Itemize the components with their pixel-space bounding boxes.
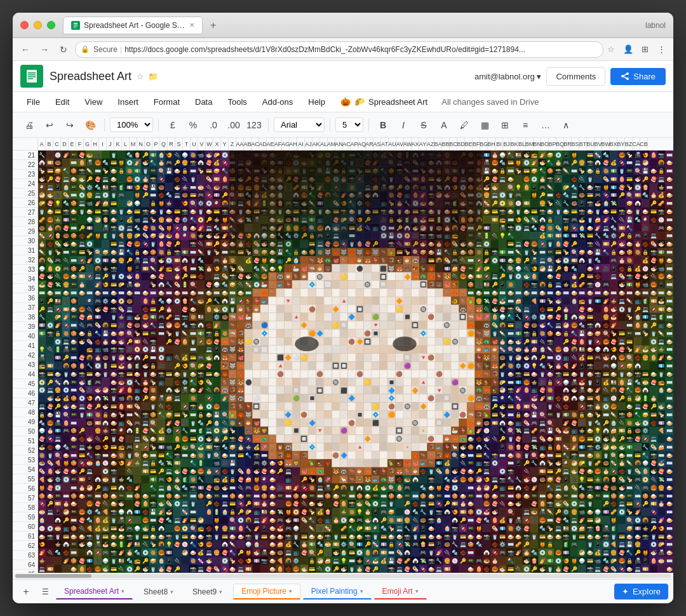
horizontal-scrollbar[interactable] (13, 573, 673, 579)
strikethrough-button[interactable]: S (415, 116, 433, 134)
menu-edit[interactable]: Edit (49, 95, 76, 109)
decimal-inc-button[interactable]: .00 (225, 116, 243, 134)
back-button[interactable]: ← (18, 42, 33, 57)
col-header-B: B (46, 138, 53, 150)
font-size-select[interactable]: 5 8 10 (335, 117, 363, 132)
menu-addons[interactable]: Add-ons (256, 95, 299, 109)
tab-dropdown-icon-emoji-picture[interactable]: ▾ (289, 588, 292, 594)
tab-dropdown-icon-pixel-painting[interactable]: ▾ (360, 588, 363, 594)
row-num-45: 45 (13, 379, 37, 389)
address-bar[interactable]: 🔒 Secure | https://docs.google.com/sprea… (75, 41, 603, 58)
zoom-select[interactable]: 100% 75% 150% (110, 117, 153, 132)
comments-button[interactable]: Comments (546, 67, 605, 86)
text-color-button[interactable]: A (435, 116, 453, 134)
browser-toolbar-icons: 👤 ⊞ ⋮ (621, 43, 668, 57)
bold-button[interactable]: B (374, 116, 392, 134)
menu-icon[interactable]: ⋮ (654, 43, 668, 57)
format-paint-button[interactable]: 🎨 (81, 116, 99, 134)
undo-button[interactable]: ↩ (41, 116, 58, 134)
menu-view[interactable]: View (78, 95, 109, 109)
explore-button[interactable]: ✦ Explore (614, 584, 668, 599)
col-header-AI: AI (297, 138, 305, 150)
tab-label-sheet8: Sheet8 (144, 587, 168, 596)
tab-sheet9[interactable]: Sheet9 ▾ (184, 584, 231, 599)
align-button[interactable]: ≡ (516, 116, 534, 134)
col-header-BM: BM (526, 138, 534, 150)
currency-button[interactable]: £ (164, 116, 182, 134)
col-header-AX: AX (412, 138, 419, 150)
borders-button[interactable]: ▦ (476, 116, 494, 134)
app-header: Spreadsheet Art ☆ 📁 amit@labnol.org ▾ Co… (13, 61, 673, 92)
italic-button[interactable]: I (394, 116, 412, 134)
row-num-44: 44 (13, 370, 37, 379)
tab-close-icon[interactable]: ✕ (189, 22, 194, 29)
col-header-BX: BX (610, 138, 617, 150)
menubar: File Edit View Insert Format Data Tools … (13, 92, 673, 112)
new-tab-button[interactable]: + (205, 18, 221, 32)
col-headers: ABCDEFGHIJKLMNOPQRSTUVWXYZAAABACADAEAFAG… (13, 138, 673, 151)
tab-emoji-art[interactable]: Emoji Art ▾ (374, 584, 427, 599)
menu-help[interactable]: Help (302, 95, 332, 109)
doc-title-area: Spreadsheet Art ☆ 📁 (50, 70, 468, 83)
menu-insert[interactable]: Insert (111, 95, 145, 109)
row-num-40: 40 (13, 331, 37, 341)
col-header-BA: BA (434, 138, 442, 150)
font-select[interactable]: Arial (274, 117, 325, 132)
tab-dropdown-icon[interactable]: ▾ (121, 588, 124, 594)
tab-sheet8[interactable]: Sheet8 ▾ (135, 584, 182, 599)
col-header-AE: AE (267, 138, 274, 150)
browser-tab[interactable]: Spreadsheet Art - Google She... ✕ (63, 17, 203, 34)
extensions-icon[interactable]: ⊞ (638, 43, 652, 57)
user-email[interactable]: amit@labnol.org ▾ (474, 72, 541, 81)
col-header-K: K (114, 138, 122, 150)
merge-button[interactable]: ⊞ (496, 116, 514, 134)
explore-label: Explore (633, 587, 661, 596)
svg-rect-9 (28, 76, 36, 77)
menu-file[interactable]: File (20, 95, 46, 109)
profile-icon[interactable]: 👤 (621, 43, 635, 57)
highlight-button[interactable]: 🖊 (455, 116, 473, 134)
minimize-button[interactable] (34, 21, 42, 29)
refresh-button[interactable]: ↻ (56, 42, 71, 57)
tab-emoji-picture[interactable]: Emoji Picture ▾ (233, 584, 300, 599)
print-button[interactable]: 🖨 (20, 116, 38, 134)
redo-button[interactable]: ↪ (61, 116, 79, 134)
tab-pixel-painting[interactable]: Pixel Painting ▾ (303, 584, 372, 599)
close-button[interactable] (20, 21, 29, 29)
secure-label: Secure (93, 45, 118, 54)
tab-spreadsheet-art[interactable]: Spreadsheet Art ▾ (56, 584, 133, 599)
share-button[interactable]: Share (610, 68, 666, 85)
row-num-53: 53 (13, 455, 37, 465)
row-num-23: 23 (13, 170, 37, 179)
sheet-list-button[interactable]: ☰ (37, 584, 53, 600)
cells-area (38, 151, 673, 573)
tab-dropdown-icon-sheet9[interactable]: ▾ (219, 589, 222, 595)
scrollbar-track (15, 574, 671, 578)
tab-label-pixel-painting: Pixel Painting (311, 587, 358, 596)
format-number-button[interactable]: 123 (245, 116, 263, 134)
toolbar-collapse-button[interactable]: ∧ (557, 116, 575, 134)
menu-tools[interactable]: Tools (221, 95, 253, 109)
percent-button[interactable]: % (184, 116, 202, 134)
explore-icon: ✦ (622, 587, 629, 596)
scrollbar-thumb[interactable] (15, 574, 91, 578)
menu-data[interactable]: Data (189, 95, 219, 109)
plugin-emoji1: 🎃 (340, 97, 351, 107)
menu-format[interactable]: Format (147, 95, 186, 109)
star-icon[interactable]: ☆ (137, 72, 144, 81)
maximize-button[interactable] (47, 21, 55, 29)
sheet-area: ABCDEFGHIJKLMNOPQRSTUVWXYZAAABACADAEAFAG… (13, 138, 673, 573)
plugin-label: 🎃 🌮 Spreadsheet Art (334, 95, 434, 109)
forward-button[interactable]: → (37, 42, 52, 57)
more-button[interactable]: … (537, 116, 555, 134)
col-header-BT: BT (579, 138, 587, 150)
col-header-AA: AA (236, 138, 244, 150)
bookmark-icon[interactable]: ☆ (607, 44, 615, 54)
tab-dropdown-icon-sheet8[interactable]: ▾ (170, 589, 173, 595)
tab-dropdown-icon-emoji-art[interactable]: ▾ (415, 588, 419, 594)
decimal-dec-button[interactable]: .0 (205, 116, 222, 134)
url-text[interactable]: https://docs.google.com/spreadsheets/d/1… (124, 45, 525, 54)
svg-rect-2 (74, 24, 77, 25)
add-sheet-button[interactable]: + (18, 584, 34, 600)
folder-icon[interactable]: 📁 (148, 72, 158, 81)
